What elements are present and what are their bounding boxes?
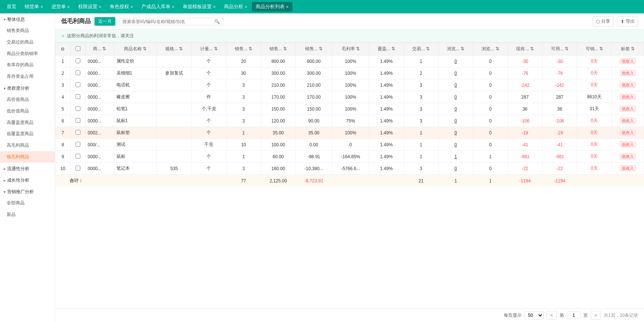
export-button[interactable]: ⬆ 导出 — [617, 16, 638, 26]
nav-close-icon[interactable]: ✕ — [244, 5, 247, 9]
nav-template-setting[interactable]: 单据模板设置 ✕ — [179, 2, 220, 12]
row-browse1[interactable]: 0 — [438, 55, 473, 67]
row-checkbox[interactable] — [70, 91, 85, 103]
sidebar-item-low-margin[interactable]: 低毛利商品 — [0, 151, 55, 163]
row-browse1[interactable]: 0 — [438, 103, 473, 115]
row-browse1[interactable]: 0 — [438, 115, 473, 127]
sidebar-group-overall[interactable]: ▾ 整体信息 — [0, 13, 55, 25]
sidebar-group-circulation[interactable]: ▸ 流通性分析 — [0, 163, 55, 174]
col-saleable[interactable]: 可销... ⇅ — [577, 43, 612, 55]
col-trade[interactable]: 交易... ⇅ — [404, 43, 438, 55]
row-select-checkbox[interactable] — [76, 118, 80, 123]
page-unit: 页 — [583, 312, 588, 319]
nav-close-icon[interactable]: ✕ — [213, 5, 216, 9]
col-current[interactable]: 现有... ⇅ — [508, 43, 542, 55]
row-unit: 个,千克 — [192, 103, 226, 115]
sidebar-item-all-products[interactable]: 全部商品 — [0, 197, 55, 209]
nav-close-icon[interactable]: ✕ — [40, 5, 43, 9]
current-page-input[interactable] — [567, 312, 580, 319]
row-select-checkbox[interactable] — [76, 70, 80, 75]
page-size-select[interactable]: 50 20 100 — [525, 311, 544, 319]
nav-close-icon[interactable]: ✕ — [130, 5, 133, 9]
col-available[interactable]: 可用... ⇅ — [542, 43, 577, 55]
row-checkbox[interactable] — [70, 115, 85, 127]
sidebar-item-stock-funds[interactable]: 库存资金占用 — [0, 71, 55, 82]
row-select-checkbox[interactable] — [76, 154, 80, 159]
row-amount: 800.00 — [261, 55, 295, 67]
row-browse1[interactable]: 0 — [438, 139, 473, 151]
col-tag[interactable]: 标签 ⇅ — [612, 43, 644, 55]
col-qty[interactable]: 销售... ⇅ — [226, 43, 261, 55]
filter-recent-month-button[interactable]: 近一月 — [94, 17, 115, 26]
row-checkbox[interactable] — [70, 151, 85, 163]
row-browse1[interactable]: 0 — [438, 163, 473, 175]
row-select-checkbox[interactable] — [76, 166, 80, 170]
row-checkbox[interactable] — [70, 67, 85, 79]
row-browse1[interactable]: 0 — [438, 67, 473, 79]
row-browse1[interactable]: 0 — [438, 91, 473, 103]
col-profit[interactable]: 销售... ⇅ — [295, 43, 332, 55]
nav-role-auth[interactable]: 角色授权 ✕ — [106, 2, 137, 12]
nav-sales-order[interactable]: 销货单 ✕ — [21, 2, 47, 12]
row-browse1[interactable]: 1 — [438, 151, 473, 163]
row-browse1[interactable]: 0 — [438, 127, 473, 139]
row-checkbox[interactable] — [70, 55, 85, 67]
row-checkbox[interactable] — [70, 139, 85, 151]
row-qty: 30 — [226, 67, 261, 79]
col-settings[interactable]: ⚙ — [55, 43, 71, 55]
sidebar-item-traded-products[interactable]: 交易过的商品 — [0, 36, 55, 48]
col-browse2[interactable]: 浏览... ⇅ — [473, 43, 507, 55]
row-browse1[interactable]: 0 — [438, 79, 473, 91]
col-unit[interactable]: 计量... ⇅ — [192, 43, 226, 55]
sidebar-item-high-value[interactable]: 高价值商品 — [0, 94, 55, 105]
chevron-right-icon: ▸ — [4, 167, 6, 171]
sidebar-item-high-margin[interactable]: 高毛利商品 — [0, 140, 55, 151]
nav-close-icon[interactable]: ✕ — [172, 5, 174, 9]
prev-page-button[interactable]: ＜ — [547, 311, 557, 320]
col-code[interactable]: 商... ⇅ — [85, 43, 114, 55]
select-all-checkbox[interactable] — [76, 46, 80, 51]
row-checkbox[interactable] — [70, 127, 85, 139]
row-checkbox[interactable] — [70, 103, 85, 115]
share-button[interactable]: ⬡ 分享 — [593, 16, 613, 26]
sidebar-group-marketing[interactable]: ▾ 营销推广分析 — [0, 186, 55, 197]
col-spec[interactable]: 规格... ⇅ — [157, 43, 192, 55]
col-name[interactable]: 商品名称 ⇅ — [114, 43, 157, 55]
sidebar-item-new-products[interactable]: 新品 — [0, 209, 55, 220]
nav-product-analysis-list[interactable]: 商品分析列表 ✕ — [252, 2, 292, 12]
sidebar-item-in-stock[interactable]: 有库存的商品 — [0, 59, 55, 71]
row-select-checkbox[interactable] — [76, 106, 80, 111]
nav-home[interactable]: 首页 — [3, 2, 20, 12]
sidebar-item-high-coverage[interactable]: 高覆盖度商品 — [0, 117, 55, 128]
sidebar-item-sales-products[interactable]: 销售类商品 — [0, 25, 55, 36]
col-amount[interactable]: 销售... ⇅ — [261, 43, 295, 55]
row-select-checkbox[interactable] — [76, 142, 80, 147]
nav-product-analysis[interactable]: 商品分析 ✕ — [220, 2, 251, 12]
col-checkbox[interactable] — [70, 43, 85, 55]
row-checkbox[interactable] — [70, 163, 85, 175]
col-gross-rate[interactable]: 毛利率 ⇅ — [332, 43, 369, 55]
nav-close-icon[interactable]: ✕ — [99, 5, 102, 9]
row-amount: 120.00 — [261, 115, 295, 127]
nav-purchase-order[interactable]: 进货单 ✕ — [48, 2, 74, 12]
sidebar-item-low-coverage[interactable]: 低覆盖度商品 — [0, 128, 55, 140]
next-page-button[interactable]: ＞ — [591, 311, 601, 320]
row-select-checkbox[interactable] — [76, 58, 80, 63]
nav-close-icon[interactable]: ✕ — [67, 5, 70, 9]
sidebar-group-growth[interactable]: ▸ 成长性分析 — [0, 174, 55, 186]
nav-product-instock[interactable]: 产成品入库单 ✕ — [138, 2, 178, 12]
sidebar-item-category-sales-rate[interactable]: 商品分类助销率 — [0, 48, 55, 60]
col-browse1[interactable]: 浏览... ⇅ — [438, 43, 473, 55]
search-input[interactable] — [122, 19, 214, 24]
sidebar-item-low-value[interactable]: 低价值商品 — [0, 105, 55, 117]
row-select-checkbox[interactable] — [76, 94, 80, 99]
search-icon[interactable]: 🔍 — [214, 19, 220, 24]
nav-permission-setting[interactable]: 权限设置 ✕ — [74, 2, 105, 12]
row-checkbox[interactable] — [70, 79, 85, 91]
row-select-checkbox[interactable] — [76, 130, 80, 135]
row-select-checkbox[interactable] — [76, 82, 80, 87]
sidebar-group-cluster[interactable]: ▾ 类群度分析 — [0, 82, 55, 94]
col-coverage[interactable]: 覆盖... ⇅ — [369, 43, 404, 55]
nav-close-icon[interactable]: ✕ — [286, 5, 289, 9]
row-spec — [157, 55, 192, 67]
